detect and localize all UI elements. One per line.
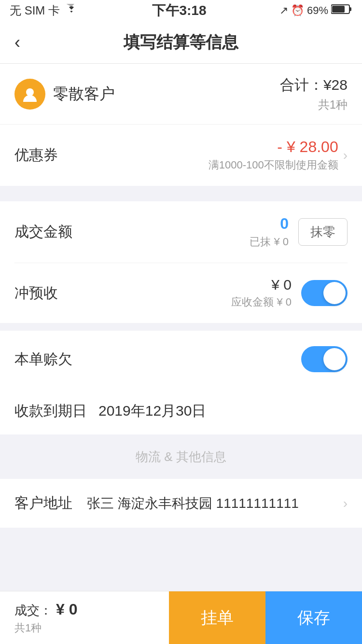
coupon-desc: 满1000-100不限制使用金额 (209, 158, 338, 172)
logistics-divider: 物流 & 其他信息 (0, 442, 362, 471)
bottom-deal-amount: ¥ 0 (56, 601, 77, 618)
address-section[interactable]: 客户地址 张三 海淀永丰科技园 11111111111 › (0, 479, 362, 528)
customer-row: 零散客户 合计：¥28 共1种 (0, 64, 362, 124)
address-value: 张三 海淀永丰科技园 11111111111 (87, 494, 338, 513)
due-date-label: 收款到期日 (14, 401, 87, 421)
location-icon: ↗ (279, 4, 288, 17)
save-button[interactable]: 保存 (265, 591, 362, 644)
battery-text: 69% (307, 4, 328, 17)
bottom-left-info: 成交： ¥ 0 共1种 (14, 601, 169, 635)
back-button[interactable]: ‹ (14, 32, 20, 53)
total-amount: 合计：¥28 (280, 75, 348, 95)
due-date-value: 2019年12月30日 (98, 401, 206, 421)
coupon-label: 优惠券 (14, 145, 58, 165)
due-date-section: 收款到期日 2019年12月30日 (0, 388, 362, 434)
no-sim-text: 无 SIM 卡 (10, 3, 60, 18)
svg-rect-1 (349, 7, 351, 11)
bottom-row1: 成交： ¥ 0 (14, 601, 169, 619)
prepay-right: ¥ 0 应收金额 ¥ 0 (231, 277, 348, 309)
bottom-bar: 成交： ¥ 0 共1种 挂单 保存 (0, 591, 362, 644)
credit-row: 本单赊欠 (14, 331, 348, 388)
deal-right: 0 已抹 ¥ 0 抹零 (250, 215, 348, 249)
deal-label: 成交金额 (14, 222, 72, 242)
credit-label: 本单赊欠 (14, 350, 72, 369)
section-divider-3 (0, 434, 362, 442)
deal-value-col: 0 已抹 ¥ 0 (250, 215, 289, 249)
prepay-sub: 应收金额 ¥ 0 (231, 295, 292, 309)
customer-total: 合计：¥28 共1种 (280, 75, 348, 112)
deal-sub: 已抹 ¥ 0 (250, 235, 289, 249)
section-divider-2 (0, 323, 362, 331)
deal-amount-row: 成交金额 0 已抹 ¥ 0 抹零 (14, 201, 348, 263)
credit-toggle-knob (323, 348, 346, 370)
section-divider-4 (0, 471, 362, 479)
logistics-text: 物流 & 其他信息 (136, 448, 226, 465)
hang-button[interactable]: 挂单 (169, 591, 265, 644)
bottom-count: 共1种 (14, 621, 169, 635)
bottom-deal-label: 成交： (14, 602, 52, 619)
chevron-right-icon: › (343, 148, 348, 163)
battery-icon (331, 4, 352, 17)
prepay-label: 冲预收 (14, 283, 58, 303)
status-bar: 无 SIM 卡 下午3:18 ↗ ⏰ 69% (0, 0, 362, 21)
round-zero-button[interactable]: 抹零 (298, 218, 348, 246)
address-label: 客户地址 (14, 493, 72, 513)
nav-title: 填写结算等信息 (124, 31, 238, 54)
prepay-toggle[interactable] (301, 280, 348, 306)
nav-bar: ‹ 填写结算等信息 (0, 21, 362, 64)
deal-amount-value: 0 (250, 215, 289, 233)
section-divider-1 (0, 194, 362, 201)
customer-info: 零散客户 (14, 79, 115, 110)
customer-section: 零散客户 合计：¥28 共1种 优惠券 - ¥ 28.00 满1000-100不… (0, 64, 362, 186)
prepay-value-col: ¥ 0 应收金额 ¥ 0 (231, 277, 292, 309)
bottom-summary: 成交： ¥ 0 共1种 (0, 601, 169, 635)
coupon-value: - ¥ 28.00 满1000-100不限制使用金额 (209, 138, 338, 172)
credit-toggle[interactable] (301, 346, 348, 372)
status-left: 无 SIM 卡 (10, 3, 79, 18)
coupon-right: - ¥ 28.00 满1000-100不限制使用金额 › (209, 138, 348, 172)
credit-section: 本单赊欠 (0, 331, 362, 388)
prepay-row: 冲预收 ¥ 0 应收金额 ¥ 0 (14, 263, 348, 323)
address-chevron-icon: › (343, 496, 348, 511)
customer-avatar (14, 79, 45, 110)
customer-name: 零散客户 (53, 84, 115, 105)
svg-rect-2 (332, 6, 345, 13)
alarm-icon: ⏰ (291, 4, 304, 17)
coupon-amount: - ¥ 28.00 (209, 138, 338, 156)
coupon-row[interactable]: 优惠券 - ¥ 28.00 满1000-100不限制使用金额 › (0, 124, 362, 186)
status-time: 下午3:18 (152, 1, 206, 20)
prepay-amount: ¥ 0 (231, 277, 292, 293)
deal-section: 成交金额 0 已抹 ¥ 0 抹零 冲预收 ¥ 0 应收金额 ¥ 0 (0, 201, 362, 323)
status-right: ↗ ⏰ 69% (279, 4, 352, 17)
toggle-knob (323, 282, 346, 304)
svg-point-3 (26, 88, 34, 96)
wifi-icon (64, 4, 79, 17)
total-count: 共1种 (280, 97, 348, 112)
